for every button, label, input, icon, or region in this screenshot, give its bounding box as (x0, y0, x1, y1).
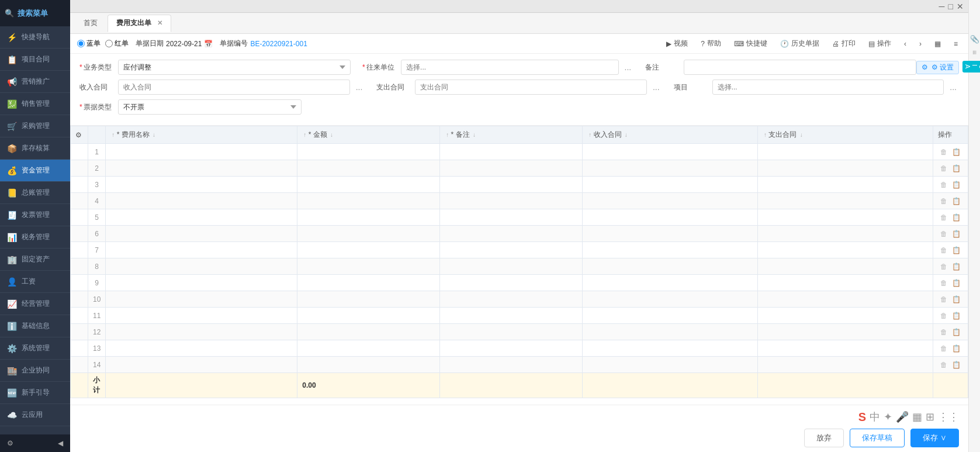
sidebar-item-enterprise[interactable]: 🏬 企业协同 (0, 360, 70, 382)
sidebar-item-operations[interactable]: 📈 经营管理 (0, 293, 70, 315)
row-amount[interactable] (297, 275, 440, 291)
note-input[interactable] (684, 60, 916, 75)
copy-icon[interactable]: 📋 (952, 279, 961, 287)
row-expense-contract[interactable] (758, 340, 933, 357)
row-note[interactable] (440, 275, 583, 291)
sidebar-header[interactable]: 🔍 搜索菜单 (0, 0, 70, 26)
minimize-button[interactable]: ─ (939, 2, 945, 11)
row-expense-name[interactable] (106, 357, 297, 373)
delete-icon[interactable]: 🗑 (940, 181, 947, 189)
radio-red-input[interactable] (105, 40, 113, 47)
row-note[interactable] (440, 209, 583, 226)
row-expense-name[interactable] (106, 340, 297, 357)
actions-button[interactable]: ▤ 操作 (865, 37, 895, 50)
sidebar-item-marketing[interactable]: 📢 营销推广 (0, 71, 70, 93)
row-income-contract[interactable] (583, 340, 758, 357)
table-note-col[interactable]: ↑ * 备注 ↓ (440, 126, 583, 144)
sidebar-item-purchase[interactable]: 🛒 采购管理 (0, 115, 70, 137)
sidebar-item-payroll[interactable]: 👤 工资 (0, 271, 70, 293)
row-expense-name[interactable] (106, 160, 297, 177)
row-income-contract[interactable] (583, 275, 758, 291)
sidebar-item-basic-info[interactable]: ℹ️ 基础信息 (0, 315, 70, 337)
expense-contract-dots[interactable]: ... (650, 82, 662, 92)
calendar-icon[interactable]: 📅 (204, 40, 213, 48)
delete-icon[interactable]: 🗑 (940, 148, 947, 156)
tab-home[interactable]: 首页 (75, 15, 106, 32)
row-note[interactable] (440, 308, 583, 324)
video-button[interactable]: ▶ 视频 (663, 37, 691, 50)
row-amount[interactable] (297, 291, 440, 308)
delete-icon[interactable]: 🗑 (940, 312, 947, 320)
row-income-contract[interactable] (583, 291, 758, 308)
maximize-button[interactable]: □ (948, 2, 953, 11)
delete-icon[interactable]: 🗑 (940, 230, 947, 238)
delete-icon[interactable]: 🗑 (940, 197, 947, 205)
sidebar-item-system[interactable]: ⚙️ 系统管理 (0, 337, 70, 360)
table-settings-col[interactable]: ⚙ (71, 126, 88, 144)
radio-red-option[interactable]: 红单 (105, 39, 129, 49)
row-expense-contract[interactable] (758, 144, 933, 160)
sidebar-item-inventory[interactable]: 📦 库存核算 (0, 137, 70, 160)
counterpart-input[interactable] (401, 60, 618, 75)
row-expense-contract[interactable] (758, 258, 933, 275)
row-amount[interactable] (297, 177, 440, 193)
print-button[interactable]: 🖨 打印 (829, 37, 859, 50)
row-income-contract[interactable] (583, 242, 758, 258)
row-income-contract[interactable] (583, 226, 758, 242)
invoice-type-select[interactable]: 不开票 (118, 99, 302, 115)
delete-icon[interactable]: 🗑 (940, 263, 947, 271)
row-income-contract[interactable] (583, 258, 758, 275)
row-income-contract[interactable] (583, 357, 758, 373)
row-expense-contract[interactable] (758, 275, 933, 291)
save-button[interactable]: 保存 ∨ (910, 429, 959, 447)
row-expense-contract[interactable] (758, 177, 933, 193)
counterpart-dots[interactable]: ... (622, 63, 634, 72)
copy-icon[interactable]: 📋 (952, 148, 961, 156)
income-contract-input[interactable] (118, 80, 350, 95)
prev-button[interactable]: ‹ (901, 39, 910, 49)
right-edge-icon1[interactable]: 📎 (970, 35, 979, 44)
row-amount[interactable] (297, 242, 440, 258)
project-input[interactable] (712, 80, 944, 95)
row-expense-name[interactable] (106, 193, 297, 209)
row-amount[interactable] (297, 324, 440, 340)
row-note[interactable] (440, 226, 583, 242)
row-income-contract[interactable] (583, 177, 758, 193)
row-expense-name[interactable] (106, 258, 297, 275)
row-note[interactable] (440, 193, 583, 209)
project-dots[interactable]: ... (947, 82, 959, 92)
row-expense-contract[interactable] (758, 324, 933, 340)
sidebar-item-ledger[interactable]: 📒 总账管理 (0, 182, 70, 204)
copy-icon[interactable]: 📋 (952, 328, 961, 336)
row-amount[interactable] (297, 258, 440, 275)
delete-icon[interactable]: 🗑 (940, 295, 947, 303)
row-note[interactable] (440, 291, 583, 308)
row-expense-contract[interactable] (758, 308, 933, 324)
row-amount[interactable] (297, 357, 440, 373)
table-expense-contract-col[interactable]: ↑ 支出合同 ↓ (758, 126, 933, 144)
row-amount[interactable] (297, 144, 440, 160)
row-expense-contract[interactable] (758, 193, 933, 209)
row-expense-name[interactable] (106, 144, 297, 160)
copy-icon[interactable]: 📋 (952, 263, 961, 271)
row-expense-contract[interactable] (758, 226, 933, 242)
copy-icon[interactable]: 📋 (952, 295, 961, 303)
row-note[interactable] (440, 258, 583, 275)
delete-icon[interactable]: 🗑 (940, 164, 947, 172)
row-expense-name[interactable] (106, 209, 297, 226)
row-expense-name[interactable] (106, 177, 297, 193)
row-amount[interactable] (297, 226, 440, 242)
row-amount[interactable] (297, 193, 440, 209)
row-note[interactable] (440, 160, 583, 177)
close-button[interactable]: ✕ (957, 2, 964, 11)
delete-icon[interactable]: 🗑 (940, 328, 947, 336)
sidebar-item-quick-nav[interactable]: ⚡ 快捷导航 (0, 26, 70, 49)
row-note[interactable] (440, 242, 583, 258)
settings-icon[interactable]: ⚙ (7, 439, 13, 447)
radio-blue-input[interactable] (77, 40, 85, 47)
save-draft-button[interactable]: 保存草稿 (850, 429, 905, 447)
row-note[interactable] (440, 357, 583, 373)
tab-expense-close[interactable]: ✕ (157, 19, 162, 27)
copy-icon[interactable]: 📋 (952, 197, 961, 205)
row-expense-contract[interactable] (758, 242, 933, 258)
